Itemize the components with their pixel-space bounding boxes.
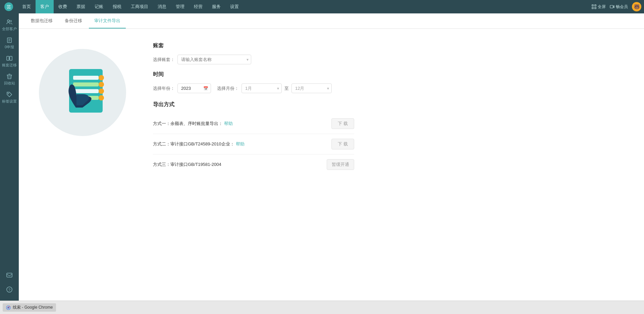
time-row: 选择年份： 📅 选择月份： 1月2月3月4月 5月6月7月8月 9月10月11月… — [153, 83, 354, 93]
svg-rect-2 — [592, 5, 593, 6]
tag-icon — [6, 91, 13, 98]
account-label: 选择账套： — [153, 57, 175, 63]
sidebar-item-migrate[interactable]: 账套迁移 — [0, 52, 19, 70]
time-section-title: 时间 — [153, 71, 354, 78]
page-content: 账套 选择账套： ▾ 时间 选择年份： 📅 选择月份： — [19, 29, 644, 301]
tab-backup-migrate[interactable]: 备份迁移 — [59, 13, 88, 28]
nav-tax[interactable]: 报税 — [108, 0, 126, 13]
chrome-icon — [6, 305, 11, 310]
sidebar-label-all-customers: 全部客户 — [2, 26, 17, 32]
fullscreen-button[interactable]: 全屏 — [592, 4, 606, 10]
svg-rect-4 — [592, 7, 593, 9]
svg-rect-5 — [595, 7, 596, 9]
migrate-icon — [6, 55, 13, 62]
svg-rect-14 — [10, 56, 12, 60]
svg-text:?: ? — [8, 288, 10, 292]
taskbar: 线索 - Google Chrome — [0, 301, 644, 314]
account-input[interactable] — [177, 55, 251, 64]
nav-management[interactable]: 管理 — [171, 0, 189, 13]
export-methods-section: 导出方式 方式一：余额表、序时账批量导出：帮助 下 载 方式二：审计接口GB/T… — [153, 101, 354, 175]
sidebar-item-tags[interactable]: 标签设置 — [0, 88, 19, 107]
sidebar-label-migrate: 账套迁移 — [2, 63, 17, 68]
svg-point-26 — [99, 75, 104, 80]
illustration — [39, 49, 126, 136]
svg-rect-22 — [73, 76, 99, 80]
app-logo: 芸 — [3, 1, 15, 13]
nav-home[interactable]: 首页 — [17, 0, 36, 13]
user-avatar[interactable]: 🐻 — [632, 2, 641, 11]
sidebar-bottom: ? — [3, 269, 15, 301]
month-start-select[interactable]: 1月2月3月4月 5月6月7月8月 9月10月11月12月 — [241, 83, 282, 93]
tab-data-migrate[interactable]: 数据包迁移 — [25, 13, 58, 28]
method2-help-link[interactable]: 帮助 — [236, 141, 245, 146]
sidebar-help-icon[interactable]: ? — [3, 284, 15, 297]
svg-rect-18 — [7, 273, 12, 277]
top-nav: 芸 首页 客户 收费 票据 记账 报税 工商项目 消息 管理 经营 服务 设置 … — [0, 0, 644, 13]
year-input[interactable] — [177, 83, 211, 93]
sidebar-label-recycle: 回收站 — [4, 81, 15, 86]
declaration-icon — [6, 37, 13, 44]
svg-point-7 — [7, 20, 9, 22]
tab-audit-export[interactable]: 审计文件导出 — [89, 13, 126, 28]
svg-rect-6 — [610, 5, 613, 8]
nav-ticket[interactable]: 票据 — [72, 0, 90, 13]
main-layout: 全部客户 0申报 账套迁移 — [0, 13, 644, 301]
form-side: 账套 选择账套： ▾ 时间 选择年份： 📅 选择月份： — [153, 42, 354, 175]
method2-download-button[interactable]: 下 载 — [331, 139, 354, 149]
account-section-title: 账套 — [153, 42, 354, 49]
top-nav-items: 首页 客户 收费 票据 记账 报税 工商项目 消息 管理 经营 服务 设置 — [17, 0, 592, 13]
year-input-wrapper: 📅 — [177, 83, 211, 93]
taskbar-item-chrome[interactable]: 线索 - Google Chrome — [3, 303, 56, 312]
nav-fee[interactable]: 收费 — [54, 0, 72, 13]
svg-rect-24 — [73, 89, 99, 93]
trash-icon — [6, 73, 13, 80]
nav-customer[interactable]: 客户 — [36, 0, 54, 13]
account-select-wrapper: ▾ — [177, 55, 251, 64]
sidebar-label-tags: 标签设置 — [2, 99, 17, 104]
method1-help-link[interactable]: 帮助 — [224, 121, 233, 126]
fullscreen-label: 全屏 — [598, 4, 606, 10]
member-label: 畅会员 — [616, 4, 628, 10]
export-section-title: 导出方式 — [153, 101, 354, 108]
svg-point-28 — [99, 88, 104, 94]
svg-rect-3 — [595, 5, 596, 6]
nav-settings[interactable]: 设置 — [225, 0, 244, 13]
sidebar-item-all-customers[interactable]: 全部客户 — [0, 16, 19, 34]
method3-open-button[interactable]: 暂缓开通 — [327, 159, 354, 170]
sidebar-label-declaration: 0申报 — [5, 45, 14, 50]
sidebar-message-icon[interactable] — [3, 269, 15, 282]
account-row: 选择账套： ▾ — [153, 55, 354, 64]
method3-label: 方式三：审计接口GB/T19581-2004 — [153, 162, 221, 168]
svg-point-27 — [99, 82, 104, 87]
method1-download-button[interactable]: 下 载 — [331, 118, 354, 129]
month-end-wrapper: 1月2月3月4月 5月6月7月8月 9月10月11月12月 ▾ — [291, 83, 332, 93]
top-nav-right: 全屏 畅会员 🐻 — [592, 2, 641, 11]
month-end-select[interactable]: 1月2月3月4月 5月6月7月8月 9月10月11月12月 — [291, 83, 332, 93]
svg-point-17 — [8, 93, 9, 94]
nav-message[interactable]: 消息 — [153, 0, 171, 13]
nav-operation[interactable]: 经营 — [189, 0, 207, 13]
sidebar-item-recycle[interactable]: 回收站 — [0, 70, 19, 88]
users-icon — [6, 19, 13, 25]
method2-label: 方式二：审计接口GB/T24589-2010企业：帮助 — [153, 141, 245, 147]
export-method-2: 方式二：审计接口GB/T24589-2010企业：帮助 下 载 — [153, 134, 354, 154]
tabs-bar: 数据包迁移 备份迁移 审计文件导出 — [19, 13, 644, 29]
nav-bookkeeping[interactable]: 记账 — [90, 0, 108, 13]
to-text: 至 — [284, 85, 289, 91]
month-start-wrapper: 1月2月3月4月 5月6月7月8月 9月10月11月12月 ▾ — [241, 83, 282, 93]
member-button[interactable]: 畅会员 — [610, 4, 628, 10]
export-method-3: 方式三：审计接口GB/T19581-2004 暂缓开通 — [153, 154, 354, 175]
svg-rect-23 — [73, 82, 99, 86]
nav-service[interactable]: 服务 — [207, 0, 225, 13]
audit-illustration — [52, 59, 113, 126]
taskbar-item-label: 线索 - Google Chrome — [13, 305, 53, 310]
svg-point-29 — [99, 95, 104, 101]
method1-label: 方式一：余额表、序时账批量导出：帮助 — [153, 121, 233, 127]
sidebar: 全部客户 0申报 账套迁移 — [0, 13, 19, 301]
export-method-1: 方式一：余额表、序时账批量导出：帮助 下 载 — [153, 114, 354, 134]
month-label: 选择月份： — [217, 85, 239, 91]
svg-text:芸: 芸 — [7, 4, 11, 9]
svg-rect-13 — [7, 56, 9, 60]
nav-business[interactable]: 工商项目 — [126, 0, 153, 13]
sidebar-item-declaration[interactable]: 0申报 — [0, 34, 19, 52]
